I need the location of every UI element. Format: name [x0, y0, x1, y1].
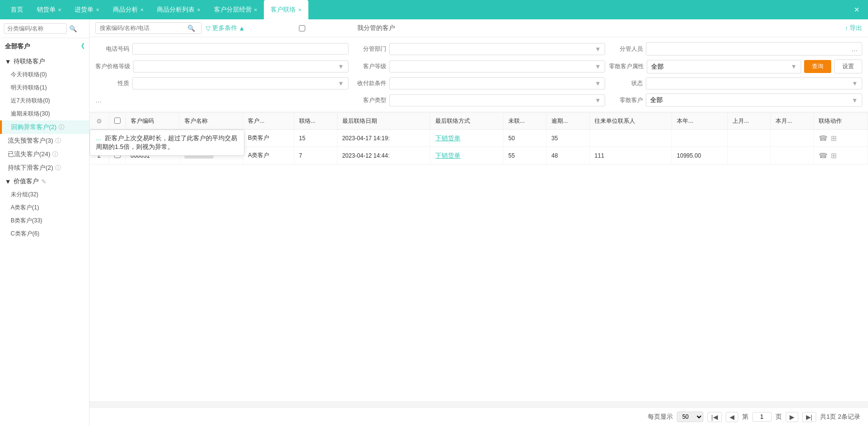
more-conditions-button[interactable]: ▽ 更多条件 ▲: [206, 24, 245, 32]
total-label: 共1页 2条记录: [820, 412, 860, 421]
filter-phone: 电话号码: [95, 42, 349, 56]
all-customers-title[interactable]: 全部客户 《: [0, 38, 89, 55]
today-pending-item[interactable]: 今天待联络(0): [0, 68, 89, 81]
settings-button[interactable]: 设置: [834, 59, 862, 73]
pending-contact-arrow: ▼: [5, 58, 11, 65]
value-customers-edit-icon[interactable]: ✎: [41, 178, 46, 185]
search-input[interactable]: [95, 22, 202, 34]
sidebar-collapse-icon[interactable]: 《: [78, 42, 84, 51]
select-all-checkbox[interactable]: [114, 118, 121, 124]
filter-actions: 查询 设置: [804, 59, 862, 73]
category-search-input[interactable]: [4, 23, 67, 34]
row2-contact-count: 7: [294, 147, 337, 164]
last-page-button[interactable]: ▶|: [802, 412, 816, 422]
b-class-item[interactable]: B类客户(33): [0, 214, 89, 227]
content-area: 🔍 ▽ 更多条件 ▲ 我分管的客户 ↑ 导出 电话号码: [90, 19, 868, 426]
price-level-select[interactable]: ▼: [133, 60, 349, 73]
table-settings-icon[interactable]: ⚙: [96, 118, 102, 125]
row1-phone-icon[interactable]: ☎: [819, 134, 828, 143]
close-sales-order-icon[interactable]: ×: [58, 7, 61, 13]
value-customers-group[interactable]: ▼ 价值客户 ✎: [0, 175, 89, 188]
col-last-month-header: 上月...: [728, 113, 771, 130]
extra-dots-icon[interactable]: ...: [95, 96, 102, 104]
close-purchase-order-icon[interactable]: ×: [96, 7, 99, 13]
nav-product-analysis[interactable]: 商品分析 ×: [106, 0, 150, 19]
first-page-button[interactable]: |◀: [707, 412, 721, 422]
row1-last-month: [728, 130, 771, 147]
nature-select[interactable]: ▼: [132, 77, 349, 89]
payment-select[interactable]: ▼: [389, 77, 606, 89]
customer-level-chevron-icon: ▼: [594, 63, 601, 70]
retail-customer-select[interactable]: 全部 ▼: [646, 93, 862, 107]
sidebar-search-area: 🔍: [0, 19, 89, 38]
ungrouped-item[interactable]: 未分组(32): [0, 188, 89, 201]
row2-contact-person: 111: [590, 147, 672, 164]
nav-customer-tier[interactable]: 客户分层经营 ×: [207, 0, 264, 19]
status-select[interactable]: ▼: [646, 77, 862, 89]
lost-warning-item[interactable]: 流失预警客户(3) ⓘ: [0, 134, 89, 147]
filter-nature: 性质 ▼: [95, 77, 349, 89]
retail-attr-select[interactable]: 全部 ▼: [647, 60, 801, 73]
close-product-analysis-icon[interactable]: ×: [140, 7, 143, 13]
sidebar: 🔍 全部客户 《 ▼ 待联络客户 今天待联络(0) 明天待联络(1) 近7天待联…: [0, 19, 90, 426]
nav-customer-contact[interactable]: 客户联络 ×: [264, 0, 308, 19]
page-label: 第: [742, 412, 748, 421]
overdue-contact-item[interactable]: 逾期未联络(30): [0, 107, 89, 120]
abnormal-repurchase-info-icon[interactable]: ⓘ: [59, 123, 64, 132]
manager-dots-icon[interactable]: ...: [852, 44, 858, 53]
query-button[interactable]: 查询: [804, 60, 831, 73]
chevron-up-icon: ▲: [239, 25, 245, 32]
page-input[interactable]: [752, 412, 772, 422]
data-table-area: ⚙ 客户编码 客户名称 客户... 联络... 最后联络日期 最后联络方式 未联…: [90, 113, 868, 401]
manager-select[interactable]: ...: [646, 42, 862, 56]
nav-sales-order[interactable]: 销货单 ×: [30, 0, 68, 19]
prev-page-button[interactable]: ◀: [726, 412, 738, 422]
col-action-header: 联络动作: [814, 113, 868, 130]
col-this-month-header: 本月...: [771, 113, 814, 130]
row2-this-month: [771, 147, 814, 164]
lost-customers-item[interactable]: 已流失客户(24) ⓘ: [0, 147, 89, 161]
customer-level-select[interactable]: ▼: [389, 60, 606, 73]
department-select[interactable]: ▼: [389, 43, 606, 55]
declining-customers-info-icon[interactable]: ⓘ: [55, 164, 61, 172]
filter-status: 状态 ▼: [609, 77, 862, 89]
nav-purchase-order[interactable]: 进货单 ×: [68, 0, 106, 19]
phone-input[interactable]: [132, 43, 349, 55]
row2-last-date: 2023-04-12 14:44:: [337, 147, 430, 164]
customer-type-select[interactable]: ▼: [389, 94, 606, 106]
tomorrow-pending-item[interactable]: 明天待联络(1): [0, 81, 89, 94]
row1-menu-icon[interactable]: ⊞: [831, 134, 837, 143]
my-customers-check[interactable]: [249, 25, 355, 31]
next-page-button[interactable]: ▶: [786, 412, 798, 422]
lost-warning-info-icon[interactable]: ⓘ: [55, 137, 61, 145]
declining-customers-item[interactable]: 持续下滑客户(2) ⓘ: [0, 161, 89, 175]
a-class-item[interactable]: A类客户(1): [0, 201, 89, 214]
close-all-tabs-button[interactable]: ×: [849, 5, 864, 15]
close-product-analysis-list-icon[interactable]: ×: [197, 7, 200, 13]
lost-customers-info-icon[interactable]: ⓘ: [52, 150, 58, 159]
row2-phone-icon[interactable]: ☎: [819, 151, 828, 160]
filter-icon: ▽: [206, 25, 211, 32]
week-pending-item[interactable]: 近7天待联络(0): [0, 94, 89, 107]
pending-contact-group[interactable]: ▼ 待联络客户: [0, 55, 89, 68]
close-customer-contact-icon[interactable]: ×: [298, 7, 301, 13]
row1-last-date: 2023-04-17 14:19:: [337, 130, 430, 147]
row2-menu-icon[interactable]: ⊞: [831, 151, 837, 160]
my-customers-checkbox[interactable]: 我分管的客户: [249, 24, 395, 32]
row2-last-method-link[interactable]: 下销货单: [435, 152, 460, 159]
sidebar-search-icon[interactable]: 🔍: [69, 25, 77, 32]
export-button[interactable]: ↑ 导出: [845, 24, 863, 32]
c-class-item[interactable]: C类客户(6): [0, 227, 89, 240]
row1-this-month: [771, 130, 814, 147]
horizontal-scrollbar[interactable]: [90, 401, 868, 407]
nav-product-analysis-list[interactable]: 商品分析列表 ×: [150, 0, 207, 19]
col-overdue-header: 逾期...: [547, 113, 590, 130]
per-page-select[interactable]: 10 20 50 100: [677, 411, 703, 422]
search-button[interactable]: 🔍: [187, 25, 195, 32]
row1-last-method-link[interactable]: 下销货单: [435, 134, 460, 142]
filter-extra-dots: ...: [95, 93, 349, 107]
retail-customer-chevron-icon: ▼: [852, 97, 858, 104]
close-customer-tier-icon[interactable]: ×: [254, 7, 257, 13]
abnormal-repurchase-item[interactable]: 回购异常客户(2) ⓘ: [0, 120, 89, 134]
nav-home[interactable]: 首页: [4, 0, 30, 19]
